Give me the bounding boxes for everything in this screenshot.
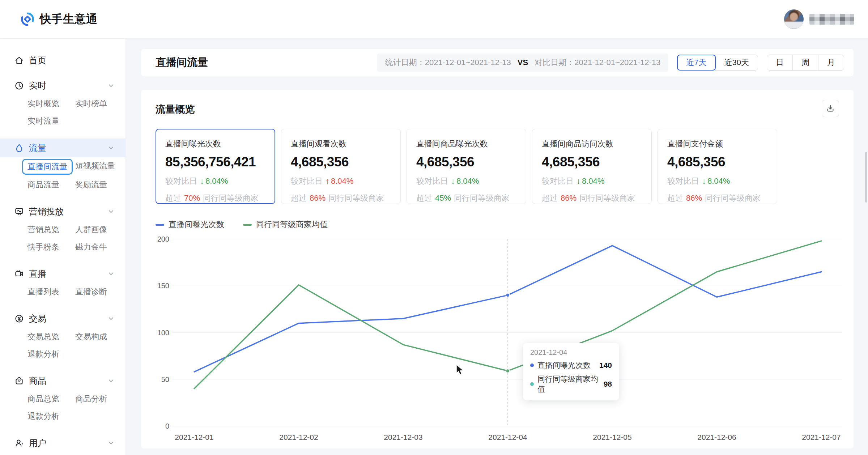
svg-text:2021-12-04: 2021-12-04 xyxy=(488,433,527,441)
shopping-bag-icon xyxy=(14,376,24,386)
sidebar-subitem-product-analysis[interactable]: 商品分析 xyxy=(75,392,125,406)
sidebar-subitem-transaction-overview[interactable]: 交易总览 xyxy=(27,329,75,344)
app-logo: 快手生意通 xyxy=(20,12,98,27)
stat-card-live-views[interactable]: 直播间观看次数 4,685,356 较对比日↑8.04% 超过86%同行同等级商… xyxy=(281,129,401,204)
stat-cards-row: 直播间曝光次数 85,356,756,421 较对比日↓8.04% 超过70%同… xyxy=(156,129,839,204)
vs-label: VS xyxy=(518,58,528,67)
user-icon xyxy=(14,438,24,448)
top-header: 快手生意通 xyxy=(0,0,868,39)
download-icon xyxy=(826,104,835,113)
sidebar-subitem-realtime-rank[interactable]: 实时榜单 xyxy=(75,97,125,111)
sidebar-subitem-realtime-overview[interactable]: 实时概览 xyxy=(27,97,75,111)
sidebar-item-realtime[interactable]: 实时 xyxy=(0,76,125,95)
chart-legend: 直播间曝光次数 同行同等级商家均值 xyxy=(156,219,839,230)
water-drop-icon xyxy=(14,143,24,153)
chevron-down-icon xyxy=(107,270,115,277)
sidebar-subitem-magnetic-taurus[interactable]: 磁力金牛 xyxy=(75,240,125,254)
legend-item-peer-average[interactable]: 同行同等级商家均值 xyxy=(243,219,328,230)
legend-item-exposure[interactable]: 直播间曝光次数 xyxy=(156,219,224,230)
chevron-down-icon xyxy=(107,82,115,89)
svg-text:2021-12-07: 2021-12-07 xyxy=(802,433,841,441)
sidebar-subitem-marketing-overview[interactable]: 营销总览 xyxy=(27,222,75,237)
sidebar-subitem-product-traffic[interactable]: 商品流量 xyxy=(27,178,75,192)
svg-text:2021-12-06: 2021-12-06 xyxy=(697,433,736,441)
sidebar-subitem-product-overview[interactable]: 商品总览 xyxy=(27,392,75,406)
svg-text:50: 50 xyxy=(161,375,169,383)
trend-arrow-icon: ↓ xyxy=(451,177,455,186)
sidebar-item-home[interactable]: 首页 xyxy=(0,51,125,70)
stat-value: 4,685,356 xyxy=(291,154,391,170)
sidebar-subitem-live-list[interactable]: 直播列表 xyxy=(27,285,75,299)
svg-text:150: 150 xyxy=(157,282,169,290)
line-chart-canvas[interactable]: 0501001502002021-12-012021-12-022021-12-… xyxy=(156,233,843,450)
sidebar-item-user[interactable]: 用户 xyxy=(0,434,125,452)
stat-date-range: 2021-12-01~2021-12-13 xyxy=(425,58,511,67)
page-title: 直播间流量 xyxy=(156,55,208,70)
stat-value: 4,685,356 xyxy=(667,154,767,170)
app-name: 快手生意通 xyxy=(40,12,98,27)
campaign-icon xyxy=(14,207,24,216)
sidebar-subitem-transaction-composition[interactable]: 交易构成 xyxy=(75,329,125,344)
sidebar-subitem-live-room-traffic[interactable]: 直播间流量 xyxy=(22,159,73,175)
legend-swatch xyxy=(243,224,252,226)
stat-card-product-visits[interactable]: 直播间商品访问次数 4,685,356 较对比日↓8.04% 超过86%同行同等… xyxy=(532,129,652,204)
stat-card-product-exposure[interactable]: 直播间商品曝光次数 4,685,356 较对比日↓8.04% 超过45%同行同等… xyxy=(407,129,526,204)
video-camera-icon xyxy=(14,269,24,278)
sidebar-item-traffic[interactable]: 流量 xyxy=(0,139,125,157)
chevron-down-icon xyxy=(107,377,115,384)
chevron-down-icon xyxy=(107,439,115,447)
svg-text:2021-12-05: 2021-12-05 xyxy=(593,433,631,441)
sidebar: 首页 实时 实时概览 实时榜单 实时流量 流量 直播间流量 短视频流量 商品流量… xyxy=(0,39,126,455)
traffic-overview-panel: 流量概览 直播间曝光次数 85,356,756,421 较对比日↓8.04% 超… xyxy=(141,90,854,448)
sidebar-subitem-short-video-traffic[interactable]: 短视频流量 xyxy=(75,159,125,173)
home-icon xyxy=(14,56,24,65)
sidebar-subitem-realtime-traffic[interactable]: 实时流量 xyxy=(27,114,75,128)
chevron-down-icon xyxy=(107,315,115,322)
stat-card-live-payment[interactable]: 直播间支付金额 4,685,356 较对比日↓8.04% 超过86%同行同等级商… xyxy=(658,129,777,204)
sidebar-item-marketing[interactable]: 营销投放 xyxy=(0,202,125,221)
sidebar-subitem-reward-traffic[interactable]: 奖励流量 xyxy=(75,178,125,192)
svg-text:2021-12-02: 2021-12-02 xyxy=(279,433,318,441)
range-button-30d[interactable]: 近30天 xyxy=(715,55,758,70)
avatar[interactable] xyxy=(784,9,804,29)
trend-arrow-icon: ↓ xyxy=(576,177,580,186)
compare-date-range: 2021-12-01~2021-12-13 xyxy=(574,58,660,67)
svg-text:0: 0 xyxy=(165,422,169,430)
sidebar-item-product[interactable]: 商品 xyxy=(0,371,125,390)
user-menu[interactable] xyxy=(784,9,854,29)
download-button[interactable] xyxy=(822,100,839,117)
tooltip-row: 直播间曝光次数 140 xyxy=(530,360,612,370)
range-segmented-control: 近7天 近30天 xyxy=(677,55,758,71)
sidebar-item-live[interactable]: 直播 xyxy=(0,264,125,283)
svg-text:100: 100 xyxy=(157,329,169,337)
clock-icon xyxy=(14,81,24,90)
range-button-7d[interactable]: 近7天 xyxy=(677,55,715,71)
trend-arrow-icon: ↑ xyxy=(326,177,329,186)
stat-card-live-exposure[interactable]: 直播间曝光次数 85,356,756,421 较对比日↓8.04% 超过70%同… xyxy=(156,129,275,204)
granularity-segmented-control: 日 周 月 xyxy=(767,55,844,71)
trend-arrow-icon: ↓ xyxy=(702,177,706,186)
page-toolbar: 直播间流量 统计日期：2021-12-01~2021-12-13 VS 对比日期… xyxy=(141,49,854,76)
series-dot-icon xyxy=(530,363,534,367)
stat-value: 4,685,356 xyxy=(416,154,516,170)
svg-text:2021-12-01: 2021-12-01 xyxy=(175,433,213,441)
main-content: 直播间流量 统计日期：2021-12-01~2021-12-13 VS 对比日期… xyxy=(126,39,868,455)
sidebar-item-transaction[interactable]: 交易 xyxy=(0,309,125,328)
sidebar-subitem-live-diagnosis[interactable]: 直播诊断 xyxy=(75,285,125,299)
app-logo-icon xyxy=(20,12,35,26)
granularity-button-week[interactable]: 周 xyxy=(792,55,818,70)
sidebar-subitem-fentiao[interactable]: 快手粉条 xyxy=(27,240,75,254)
stat-value: 4,685,356 xyxy=(542,154,642,170)
mouse-cursor xyxy=(455,364,466,376)
granularity-button-day[interactable]: 日 xyxy=(767,55,792,70)
chevron-down-icon xyxy=(107,144,115,152)
date-range-summary: 统计日期：2021-12-01~2021-12-13 VS 对比日期：2021-… xyxy=(377,54,668,72)
svg-text:200: 200 xyxy=(157,235,169,243)
scrollbar-thumb[interactable] xyxy=(865,152,867,203)
granularity-button-month[interactable]: 月 xyxy=(818,55,844,70)
sidebar-subitem-refund-analysis[interactable]: 退款分析 xyxy=(27,347,75,361)
line-chart[interactable]: 0501001502002021-12-012021-12-022021-12-… xyxy=(156,233,843,450)
sidebar-subitem-product-refund-analysis[interactable]: 退款分析 xyxy=(27,409,75,424)
stat-value: 85,356,756,421 xyxy=(165,154,265,170)
sidebar-subitem-audience-profile[interactable]: 人群画像 xyxy=(75,222,125,237)
